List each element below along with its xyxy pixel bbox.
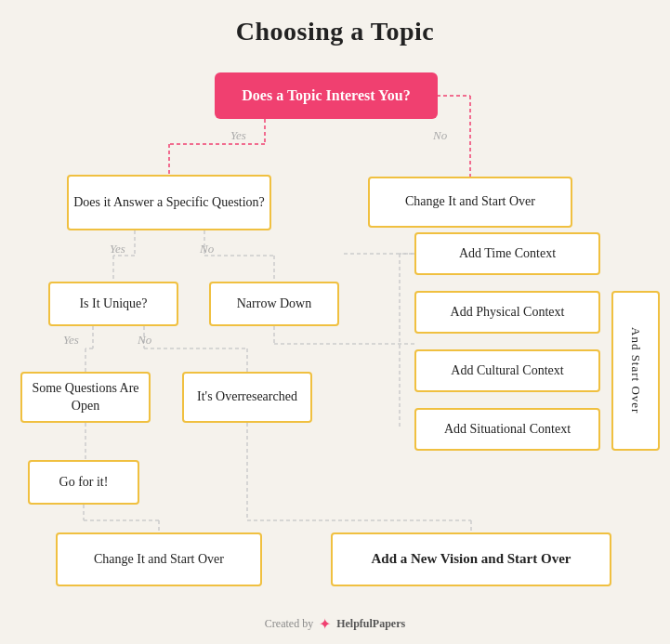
change-top-node: Change It and Start Over bbox=[368, 177, 572, 228]
no2-label: No bbox=[200, 242, 214, 256]
footer: Created by ✦ HelpfulPapers bbox=[0, 615, 670, 633]
narrow-node: Narrow Down bbox=[209, 282, 339, 326]
no3-label: No bbox=[138, 333, 151, 348]
footer-brand: HelpfulPapers bbox=[336, 617, 405, 631]
yes1-label: Yes bbox=[230, 128, 246, 143]
footer-icon: ✦ bbox=[319, 615, 331, 633]
yes3-label: Yes bbox=[63, 333, 79, 348]
yes2-label: Yes bbox=[110, 242, 125, 256]
no1-label: No bbox=[433, 128, 447, 143]
cultural-node: Add Cultural Context bbox=[414, 349, 600, 392]
situational-node: Add Situational Context bbox=[414, 408, 600, 451]
page-container: Choosing a Topic bbox=[0, 0, 670, 644]
and-start-node: And Start Over bbox=[611, 291, 660, 451]
page-title: Choosing a Topic bbox=[0, 0, 670, 46]
new-vision-node: Add a New Vision and Start Over bbox=[331, 532, 611, 586]
goforit-node: Go for it! bbox=[28, 460, 139, 505]
open-node: Some Questions Are Open bbox=[20, 372, 151, 423]
footer-created: Created by bbox=[265, 617, 313, 631]
time-node: Add Time Context bbox=[414, 232, 600, 275]
specific-node: Does it Answer a Specific Question? bbox=[67, 175, 271, 230]
physical-node: Add Physical Context bbox=[414, 291, 600, 334]
change-bot-node: Change It and Start Over bbox=[56, 532, 262, 586]
start-node: Does a Topic Interest You? bbox=[215, 72, 438, 119]
over-node: It's Overresearched bbox=[182, 372, 312, 423]
unique-node: Is It Unique? bbox=[48, 282, 178, 326]
